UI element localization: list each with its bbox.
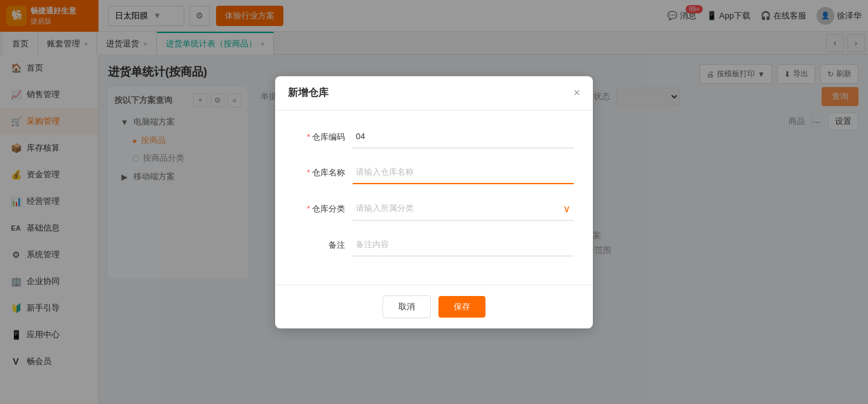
category-select-wrapper: 请输入所属分类 ∨ — [353, 197, 574, 221]
category-label: 仓库分类 — [294, 203, 345, 215]
note-label: 备注 — [294, 239, 345, 251]
modal-footer: 取消 保存 — [275, 285, 593, 328]
category-select[interactable]: 请输入所属分类 — [353, 197, 574, 220]
cancel-button[interactable]: 取消 — [383, 295, 431, 318]
name-label: 仓库名称 — [294, 167, 345, 178]
code-form-row: 仓库编码 — [294, 126, 574, 149]
note-form-row: 备注 — [294, 234, 574, 257]
name-input[interactable] — [353, 161, 574, 184]
name-form-row: 仓库名称 — [294, 161, 574, 184]
modal-close-btn[interactable]: × — [573, 87, 580, 98]
modal-body: 仓库编码 仓库名称 仓库分类 请输入所属分类 ∨ 备注 — [275, 111, 593, 285]
category-form-row: 仓库分类 请输入所属分类 ∨ — [294, 197, 574, 221]
add-warehouse-modal: 新增仓库 × 仓库编码 仓库名称 仓库分类 请输入所属分类 ∨ — [275, 76, 593, 328]
save-button[interactable]: 保存 — [438, 296, 485, 318]
modal-title: 新增仓库 — [288, 86, 329, 100]
modal-overlay[interactable]: 新增仓库 × 仓库编码 仓库名称 仓库分类 请输入所属分类 ∨ — [0, 0, 868, 404]
code-label: 仓库编码 — [294, 131, 345, 143]
note-input[interactable] — [353, 234, 574, 257]
modal-header: 新增仓库 × — [275, 76, 593, 111]
code-input[interactable] — [353, 126, 574, 149]
